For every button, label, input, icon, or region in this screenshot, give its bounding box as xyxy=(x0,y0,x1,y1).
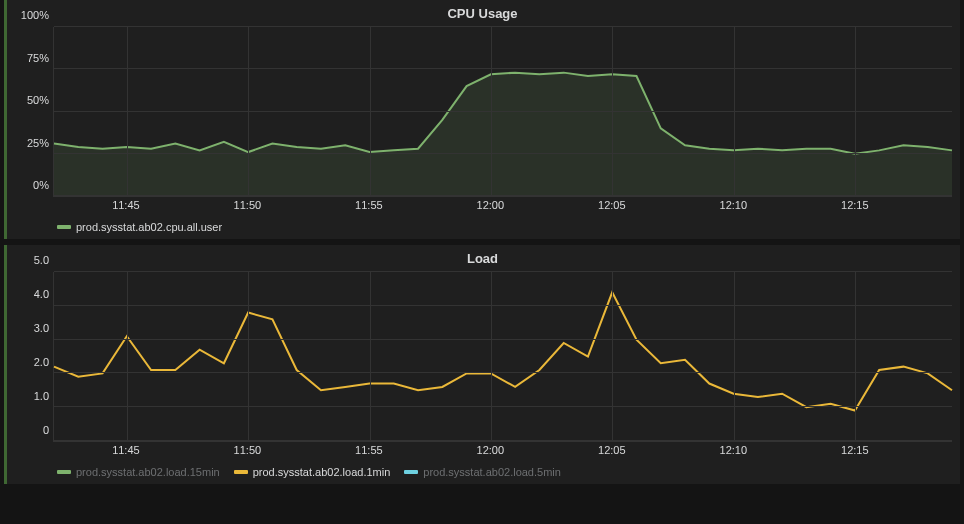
x-tick: 12:10 xyxy=(720,199,748,211)
x-tick: 12:15 xyxy=(841,444,869,456)
plot-load[interactable]: 01.02.03.04.05.0 xyxy=(13,272,952,442)
gridline xyxy=(612,272,613,441)
legend: prod.sysstat.ab02.cpu.all.user xyxy=(13,215,952,235)
panel-title: Load xyxy=(13,249,952,272)
gridline xyxy=(54,271,952,272)
gridline xyxy=(370,272,371,441)
legend-label: prod.sysstat.ab02.cpu.all.user xyxy=(76,221,222,233)
y-tick: 1.0 xyxy=(34,390,49,402)
x-tick: 11:50 xyxy=(234,444,262,456)
gridline xyxy=(734,27,735,196)
legend-label: prod.sysstat.ab02.load.1min xyxy=(253,466,391,478)
x-tick: 11:55 xyxy=(355,199,383,211)
y-tick: 75% xyxy=(27,52,49,64)
gridline xyxy=(127,27,128,196)
gridline xyxy=(54,111,952,112)
gridline xyxy=(734,272,735,441)
gridline xyxy=(248,272,249,441)
series-line xyxy=(54,292,952,410)
panel-cpu: CPU Usage 0%25%50%75%100% 11:4511:5011:5… xyxy=(4,0,960,239)
plot-area[interactable] xyxy=(53,27,952,197)
x-tick: 12:05 xyxy=(598,199,626,211)
gridline xyxy=(54,372,952,373)
x-tick: 12:00 xyxy=(477,199,505,211)
panel-load: Load 01.02.03.04.05.0 11:4511:5011:5512:… xyxy=(4,245,960,484)
chart-svg xyxy=(54,272,952,441)
legend-swatch xyxy=(57,225,71,229)
gridline xyxy=(248,27,249,196)
x-tick: 11:45 xyxy=(112,444,140,456)
gridline xyxy=(54,153,952,154)
panel-title: CPU Usage xyxy=(13,4,952,27)
y-axis: 0%25%50%75%100% xyxy=(13,27,53,197)
y-tick: 50% xyxy=(27,94,49,106)
y-tick: 100% xyxy=(21,9,49,21)
gridline xyxy=(370,27,371,196)
plot-area[interactable] xyxy=(53,272,952,442)
gridline xyxy=(491,272,492,441)
legend-item[interactable]: prod.sysstat.ab02.load.5min xyxy=(404,466,561,478)
gridline xyxy=(855,27,856,196)
y-tick: 4.0 xyxy=(34,288,49,300)
gridline xyxy=(54,195,952,196)
legend-item[interactable]: prod.sysstat.ab02.load.15min xyxy=(57,466,220,478)
x-axis: 11:4511:5011:5512:0012:0512:1012:15 xyxy=(53,442,952,460)
y-tick: 25% xyxy=(27,137,49,149)
x-tick: 12:05 xyxy=(598,444,626,456)
gridline xyxy=(491,27,492,196)
chart-svg xyxy=(54,27,952,196)
legend-item[interactable]: prod.sysstat.ab02.load.1min xyxy=(234,466,391,478)
x-tick: 11:50 xyxy=(234,199,262,211)
x-tick: 12:15 xyxy=(841,199,869,211)
legend-swatch xyxy=(234,470,248,474)
gridline xyxy=(54,68,952,69)
x-tick: 12:10 xyxy=(720,444,748,456)
legend-label: prod.sysstat.ab02.load.15min xyxy=(76,466,220,478)
x-tick: 11:45 xyxy=(112,199,140,211)
gridline xyxy=(54,339,952,340)
dashboard: CPU Usage 0%25%50%75%100% 11:4511:5011:5… xyxy=(0,0,964,488)
gridline xyxy=(54,305,952,306)
legend-label: prod.sysstat.ab02.load.5min xyxy=(423,466,561,478)
legend-item[interactable]: prod.sysstat.ab02.cpu.all.user xyxy=(57,221,222,233)
gridline xyxy=(54,26,952,27)
y-tick: 0% xyxy=(33,179,49,191)
y-tick: 5.0 xyxy=(34,254,49,266)
gridline xyxy=(54,406,952,407)
y-tick: 0 xyxy=(43,424,49,436)
gridline xyxy=(855,272,856,441)
plot-cpu[interactable]: 0%25%50%75%100% xyxy=(13,27,952,197)
x-axis: 11:4511:5011:5512:0012:0512:1012:15 xyxy=(53,197,952,215)
x-tick: 12:00 xyxy=(477,444,505,456)
legend-swatch xyxy=(57,470,71,474)
legend-swatch xyxy=(404,470,418,474)
legend: prod.sysstat.ab02.load.15minprod.sysstat… xyxy=(13,460,952,480)
y-axis: 01.02.03.04.05.0 xyxy=(13,272,53,442)
series-fill xyxy=(54,73,952,196)
gridline xyxy=(612,27,613,196)
gridline xyxy=(54,440,952,441)
x-tick: 11:55 xyxy=(355,444,383,456)
gridline xyxy=(127,272,128,441)
y-tick: 3.0 xyxy=(34,322,49,334)
y-tick: 2.0 xyxy=(34,356,49,368)
